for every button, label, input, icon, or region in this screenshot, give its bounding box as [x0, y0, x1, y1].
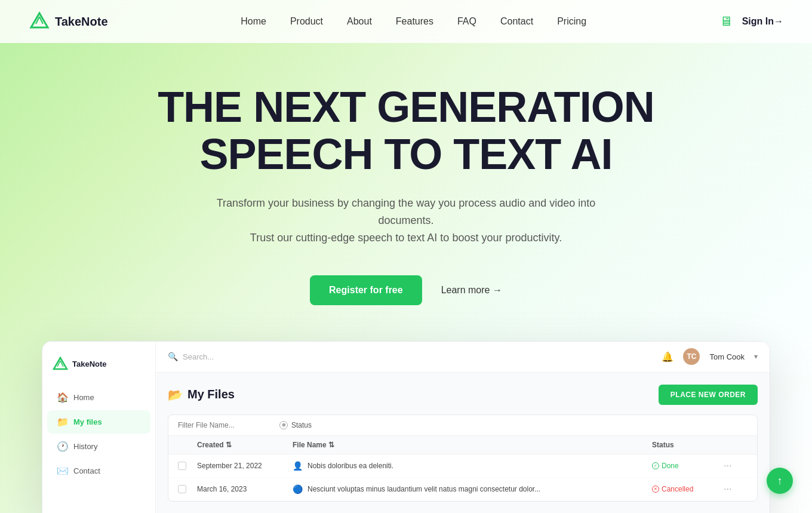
logo-link[interactable]: TakeNote	[29, 11, 108, 32]
svg-marker-0	[31, 13, 48, 27]
search-bar: 🔍 Search...	[168, 352, 214, 361]
nav-menu: Home Product About Features FAQ Contact …	[241, 16, 586, 27]
row-filename-cell: 👤 Nobis doloribus ea deleniti.	[293, 461, 652, 471]
sidebar-contact-label: Contact	[73, 466, 100, 475]
page-title: 📂 My Files	[168, 388, 235, 402]
row-filename-cell: 🔵 Nesciunt voluptas minus laudantium vel…	[293, 484, 652, 494]
logo-icon	[29, 11, 50, 32]
avatar: TC	[683, 348, 700, 365]
status-badge-cancelled: ✕ Cancelled	[652, 485, 724, 493]
app-inner: TakeNote 🏠 Home 📁 My files 🕐 History ✉️ …	[42, 342, 770, 513]
table-row: March 16, 2023 🔵 Nesciunt voluptas minus…	[168, 478, 757, 501]
nav-pricing[interactable]: Pricing	[557, 16, 586, 26]
my-files-folder-icon: 📂	[168, 388, 183, 402]
logo-text: TakeNote	[55, 15, 108, 29]
sidebar-myfiles-label: My files	[73, 417, 102, 426]
monitor-icon: 🖥	[719, 14, 733, 29]
app-preview: TakeNote 🏠 Home 📁 My files 🕐 History ✉️ …	[42, 341, 770, 513]
history-icon: 🕐	[57, 441, 67, 452]
register-button[interactable]: Register for free	[310, 275, 422, 305]
row-filename: Nobis doloribus ea deleniti.	[307, 462, 393, 470]
sign-in-button[interactable]: Sign In→	[742, 16, 783, 27]
table-row: September 21, 2022 👤 Nobis doloribus ea …	[168, 454, 757, 478]
row-menu[interactable]: ···	[724, 484, 748, 494]
hero-section: THE NEXT GENERATION SPEECH TO TEXT AI Tr…	[0, 0, 812, 513]
sidebar-item-history[interactable]: 🕐 History	[47, 435, 150, 458]
chevron-down-icon: ▾	[754, 352, 758, 361]
file-user-icon: 👤	[293, 461, 303, 471]
status-filter-icon: ⊕	[279, 421, 288, 429]
sidebar-item-home[interactable]: 🏠 Home	[47, 386, 150, 409]
bell-icon: 🔔	[662, 351, 673, 363]
hero-buttons: Register for free Learn more →	[310, 275, 502, 305]
filter-status[interactable]: ⊕ Status	[279, 421, 312, 429]
sidebar-item-myfiles[interactable]: 📁 My files	[47, 410, 150, 434]
table-filters: ⊕ Status	[168, 415, 757, 436]
col-status: Status	[652, 441, 724, 449]
sidebar-history-label: History	[73, 442, 97, 451]
file-table: ⊕ Status Created ⇅ File Name ⇅ Status	[168, 414, 758, 502]
hero-title-line2: SPEECH TO TEXT AI	[199, 130, 612, 178]
nav-contact[interactable]: Contact	[500, 16, 533, 26]
nav-home[interactable]: Home	[241, 16, 266, 26]
mail-icon: ✉️	[57, 465, 67, 477]
col-checkbox	[178, 441, 197, 449]
app-topbar: 🔍 Search... 🔔 TC Tom Cook ▾	[156, 342, 770, 373]
status-done-label: Done	[662, 462, 679, 470]
status-cancelled-label: Cancelled	[662, 485, 693, 493]
nav-faq[interactable]: FAQ	[457, 16, 476, 26]
sidebar-item-contact[interactable]: ✉️ Contact	[47, 459, 150, 483]
nav-about[interactable]: About	[347, 16, 372, 26]
topbar-right: 🔔 TC Tom Cook ▾	[662, 348, 758, 365]
app-main: 🔍 Search... 🔔 TC Tom Cook ▾ 📂	[156, 342, 770, 513]
content-header: 📂 My Files PLACE NEW ORDER	[168, 385, 758, 405]
row-menu[interactable]: ···	[724, 460, 748, 471]
hero-title-line1: THE NEXT GENERATION	[158, 83, 654, 131]
sidebar-logo-icon	[52, 356, 69, 373]
search-placeholder: Search...	[183, 352, 214, 361]
sidebar-home-label: Home	[73, 393, 94, 402]
table-header: Created ⇅ File Name ⇅ Status	[168, 436, 757, 454]
row-checkbox[interactable]	[178, 485, 186, 493]
nav-features[interactable]: Features	[396, 16, 433, 26]
status-filter-label: Status	[291, 421, 312, 429]
search-icon: 🔍	[168, 352, 178, 361]
hero-subtitle: Transform your business by changing the …	[203, 195, 609, 246]
filter-input[interactable]	[178, 421, 267, 429]
hero-subtitle-line1: Transform your business by changing the …	[217, 197, 596, 226]
user-name: Tom Cook	[709, 352, 745, 361]
row-created: September 21, 2022	[197, 462, 293, 470]
app-sidebar: TakeNote 🏠 Home 📁 My files 🕐 History ✉️ …	[42, 342, 156, 513]
home-icon: 🏠	[57, 392, 67, 403]
arrow-up-icon: ↑	[777, 475, 783, 487]
done-dot: ✓	[652, 462, 659, 469]
sidebar-logo: TakeNote	[42, 351, 155, 385]
nav-product[interactable]: Product	[290, 16, 323, 26]
cancelled-dot: ✕	[652, 486, 659, 493]
my-files-title-text: My Files	[187, 388, 235, 401]
row-filename: Nesciunt voluptas minus laudantium velit…	[307, 485, 540, 493]
folder-icon: 📁	[57, 416, 67, 428]
nav-right: 🖥 Sign In→	[719, 14, 783, 29]
scroll-to-top-button[interactable]: ↑	[767, 468, 793, 494]
sidebar-logo-text: TakeNote	[72, 360, 107, 368]
col-filename: File Name ⇅	[293, 441, 652, 449]
svg-marker-3	[54, 358, 67, 369]
app-content: 📂 My Files PLACE NEW ORDER ⊕ Status	[156, 373, 770, 513]
navbar: TakeNote Home Product About Features FAQ…	[0, 0, 812, 43]
place-new-order-button[interactable]: PLACE NEW ORDER	[659, 385, 758, 405]
learn-more-button[interactable]: Learn more →	[441, 285, 502, 296]
file-user-icon: 🔵	[293, 484, 303, 494]
row-created: March 16, 2023	[197, 485, 293, 493]
hero-title: THE NEXT GENERATION SPEECH TO TEXT AI	[158, 84, 654, 178]
col-created: Created ⇅	[197, 441, 293, 449]
hero-subtitle-line2: Trust our cutting-edge speech to text AI…	[250, 232, 562, 244]
row-checkbox[interactable]	[178, 462, 186, 470]
status-badge-done: ✓ Done	[652, 462, 724, 470]
col-actions	[724, 441, 748, 449]
